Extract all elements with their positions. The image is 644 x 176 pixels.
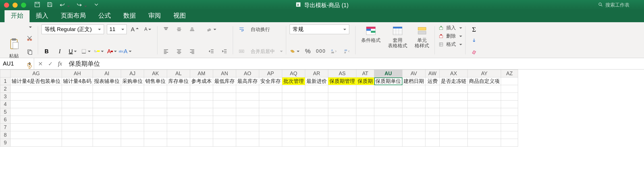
col-header-AY[interactable]: AY bbox=[468, 70, 501, 77]
cell-AJ8[interactable] bbox=[121, 131, 144, 139]
cell-AQ4[interactable] bbox=[282, 101, 305, 108]
cell-AH1[interactable]: 辅计量4条码 bbox=[62, 77, 93, 85]
cell-AX1[interactable]: 是否走冻链 bbox=[440, 77, 468, 85]
cell-AG1[interactable]: 辅计量4是否包装单位 bbox=[11, 77, 62, 85]
cell-AI1[interactable]: 报表辅单位 bbox=[93, 77, 121, 85]
cell-AI6[interactable] bbox=[93, 116, 121, 124]
cut-button[interactable] bbox=[24, 34, 35, 43]
row-header-6[interactable]: 6 bbox=[0, 116, 11, 124]
cell-AH3[interactable] bbox=[62, 93, 93, 101]
cell-AP2[interactable] bbox=[259, 85, 282, 93]
cell-AY8[interactable] bbox=[468, 131, 501, 139]
comma-button[interactable]: 000 bbox=[316, 46, 326, 56]
cell-AQ9[interactable] bbox=[282, 139, 305, 147]
tab-审阅[interactable]: 审阅 bbox=[142, 9, 167, 22]
cell-AM5[interactable] bbox=[190, 108, 213, 116]
cell-AY1[interactable]: 商品自定义项 bbox=[468, 77, 501, 85]
cell-AM9[interactable] bbox=[190, 139, 213, 147]
autosum-button[interactable]: Σ bbox=[469, 24, 479, 34]
close-window-button[interactable] bbox=[4, 3, 9, 8]
cell-AL2[interactable] bbox=[167, 85, 190, 93]
col-header-AI[interactable]: AI bbox=[93, 70, 121, 77]
cell-AT6[interactable] bbox=[356, 116, 374, 124]
phonetic-button[interactable]: abcA bbox=[120, 46, 130, 56]
cell-AM2[interactable] bbox=[190, 85, 213, 93]
cell-AN3[interactable] bbox=[213, 93, 236, 101]
cell-AT1[interactable]: 保质期 bbox=[356, 77, 374, 85]
formula-content[interactable]: 保质期单位 bbox=[66, 60, 644, 68]
row-header-2[interactable]: 2 bbox=[0, 85, 11, 93]
cell-AX7[interactable] bbox=[440, 124, 468, 131]
cell-AV4[interactable] bbox=[402, 101, 425, 108]
cell-AS9[interactable] bbox=[328, 139, 356, 147]
cell-AR2[interactable] bbox=[305, 85, 328, 93]
cell-AZ2[interactable] bbox=[501, 85, 518, 93]
cell-AL9[interactable] bbox=[167, 139, 190, 147]
number-format-picker[interactable]: 常规 bbox=[290, 24, 349, 34]
cell-AV3[interactable] bbox=[402, 93, 425, 101]
fill-color-button[interactable] bbox=[94, 46, 104, 56]
conditional-format-button[interactable]: 条件格式 bbox=[359, 24, 383, 44]
cell-AQ1[interactable]: 批次管理 bbox=[282, 77, 305, 85]
cell-AI9[interactable] bbox=[93, 139, 121, 147]
cell-AU9[interactable] bbox=[374, 139, 402, 147]
col-header-AG[interactable]: AG bbox=[11, 70, 62, 77]
cell-AK4[interactable] bbox=[144, 101, 167, 108]
col-header-AN[interactable]: AN bbox=[213, 70, 236, 77]
cell-AI3[interactable] bbox=[93, 93, 121, 101]
col-header-AQ[interactable]: AQ bbox=[282, 70, 305, 77]
cell-AL6[interactable] bbox=[167, 116, 190, 124]
cell-AW1[interactable]: 运费 bbox=[425, 77, 440, 85]
cell-AQ8[interactable] bbox=[282, 131, 305, 139]
cell-AT9[interactable] bbox=[356, 139, 374, 147]
col-header-AZ[interactable]: AZ bbox=[501, 70, 518, 77]
cell-AS1[interactable]: 保质期管理 bbox=[328, 77, 356, 85]
cell-AY4[interactable] bbox=[468, 101, 501, 108]
cell-AG4[interactable] bbox=[11, 101, 62, 108]
decrease-indent-button[interactable] bbox=[206, 46, 217, 56]
cell-AO1[interactable]: 最高库存 bbox=[236, 77, 259, 85]
row-header-9[interactable]: 9 bbox=[0, 139, 11, 147]
cell-AT4[interactable] bbox=[356, 101, 374, 108]
cell-AK1[interactable]: 销售单位 bbox=[144, 77, 167, 85]
cell-AS7[interactable] bbox=[328, 124, 356, 131]
cell-AO4[interactable] bbox=[236, 101, 259, 108]
search-box[interactable] bbox=[598, 2, 639, 9]
cell-AW4[interactable] bbox=[425, 101, 440, 108]
cell-AP6[interactable] bbox=[259, 116, 282, 124]
cell-AG5[interactable] bbox=[11, 108, 62, 116]
bold-button[interactable]: B bbox=[41, 46, 52, 56]
underline-button[interactable]: U bbox=[68, 46, 78, 56]
cell-AS6[interactable] bbox=[328, 116, 356, 124]
cell-AZ3[interactable] bbox=[501, 93, 518, 101]
cell-AW5[interactable] bbox=[425, 108, 440, 116]
currency-button[interactable] bbox=[290, 46, 300, 56]
cell-AP1[interactable]: 安全库存 bbox=[259, 77, 282, 85]
cell-AW8[interactable] bbox=[425, 131, 440, 139]
cell-AV2[interactable] bbox=[402, 85, 425, 93]
cell-AU3[interactable] bbox=[374, 93, 402, 101]
col-header-AW[interactable]: AW bbox=[425, 70, 440, 77]
cell-AJ1[interactable]: 采购单位 bbox=[121, 77, 144, 85]
col-header-AR[interactable]: AR bbox=[305, 70, 328, 77]
cell-AQ7[interactable] bbox=[282, 124, 305, 131]
cell-AN5[interactable] bbox=[213, 108, 236, 116]
format-button[interactable]: 格式 bbox=[438, 41, 462, 48]
cell-AK3[interactable] bbox=[144, 93, 167, 101]
cell-AN9[interactable] bbox=[213, 139, 236, 147]
decrease-decimal-button[interactable]: .00.0 bbox=[342, 46, 352, 56]
cell-AM4[interactable] bbox=[190, 101, 213, 108]
cell-AV7[interactable] bbox=[402, 124, 425, 131]
cell-AR6[interactable] bbox=[305, 116, 328, 124]
table-format-button[interactable]: 套用 表格格式 bbox=[386, 24, 410, 49]
paste-button[interactable] bbox=[6, 36, 22, 52]
paste-dropdown[interactable] bbox=[27, 24, 32, 30]
cell-AI8[interactable] bbox=[93, 131, 121, 139]
cell-AW7[interactable] bbox=[425, 124, 440, 131]
cell-AQ6[interactable] bbox=[282, 116, 305, 124]
tab-页面布局[interactable]: 页面布局 bbox=[55, 9, 92, 22]
cell-AX5[interactable] bbox=[440, 108, 468, 116]
cell-AR1[interactable]: 最新进价 bbox=[305, 77, 328, 85]
cell-AJ5[interactable] bbox=[121, 108, 144, 116]
cell-AN4[interactable] bbox=[213, 101, 236, 108]
